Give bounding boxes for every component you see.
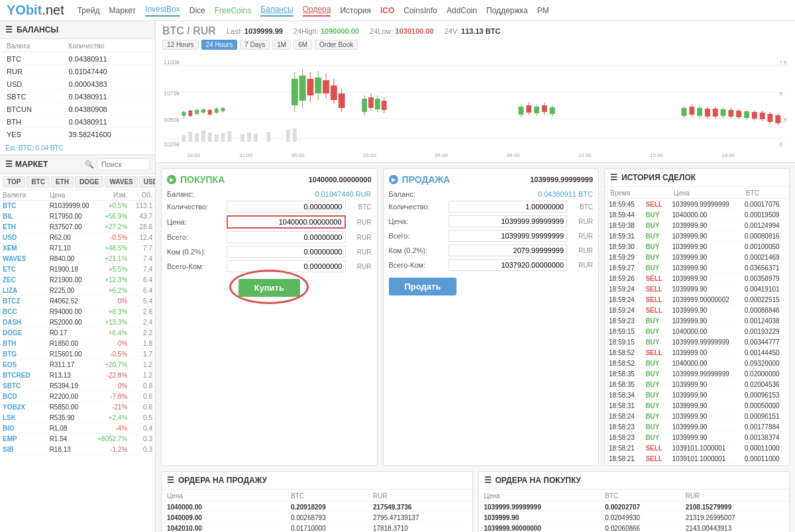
pair-quote: RUR [193,25,216,36]
balance-row: BTCUN0.04380908 [1,104,154,115]
nav-balances[interactable]: Балансы [260,5,293,17]
market-row[interactable]: YOB2X R5850.00 -21% 0.6 [0,402,155,413]
buy-title-text: ПОКУПКА [180,174,225,185]
tf-button-12-hours[interactable]: 12 Hours [162,40,199,50]
svg-rect-99 [760,113,765,119]
market-coin: SBTC [3,382,50,390]
market-row[interactable]: BTCRED R13.13 -22.8% 1.2 [0,370,155,381]
nav-support[interactable]: Поддержка [486,6,528,15]
market-row[interactable]: XEM R71.10 +48.5% 7.7 [0,243,155,254]
market-tab-usd[interactable]: USD [139,176,156,187]
market-row[interactable]: DOGE R0.17 +6.4% 2.2 [0,328,155,339]
svg-rect-25 [227,131,231,142]
market-row[interactable]: BCC R94000.00 +8.3% 2.6 [0,307,155,317]
trade-time: 18:59:23 [606,317,641,326]
tf-button-6m[interactable]: 6M [293,40,312,50]
last-label: Last: [227,27,242,35]
balance-amount: 0.04380911 [64,54,154,65]
sell-fee-input[interactable] [449,244,568,256]
market-row[interactable]: BTCZ R4062.52 0% 5.4 [0,296,155,307]
tf-button-1m[interactable]: 1M [272,40,291,50]
market-row[interactable]: EOS R311.17 +20.7% 1.2 [0,360,155,370]
trade-type: BUY [643,211,668,220]
nav-treid[interactable]: Трейд [78,6,100,15]
sell-total-suffix: RUR [570,233,593,240]
market-row[interactable]: BCD R2200.00 -7.8% 0.6 [0,392,155,402]
balance-row: USD0.00004383 [1,79,154,90]
market-coin: BCC [3,308,50,315]
market-tab-eth[interactable]: ETH [51,176,74,187]
sell-total-fee-input[interactable] [449,259,568,271]
nav-ico[interactable]: ICO [380,6,394,15]
sell-button[interactable]: Продать [389,278,457,295]
tf-button-24-hours[interactable]: 24 Hours [201,40,238,50]
market-row[interactable]: ETC R1900.18 +5.5% 7.4 [0,264,155,275]
sell-price-input[interactable] [449,215,568,227]
nav-history[interactable]: История [340,6,371,15]
market-row[interactable]: ETH R37507.00 +27.2% 28.6 [0,222,155,233]
tf-button-7-days[interactable]: 7 Days [240,40,270,50]
market-tab-top[interactable]: TOP [3,176,25,187]
buy-button[interactable]: Купить [238,279,300,297]
trade-time: 18:59:30 [606,242,641,252]
nav-dice[interactable]: Dice [189,6,205,15]
buy-balance-label: Баланс: [167,190,227,198]
buy-qty-input[interactable] [227,201,346,213]
market-coin: YOB2X [3,403,50,411]
buy-total-fee-input[interactable] [227,260,346,272]
svg-rect-79 [682,108,687,116]
market-row[interactable]: LSK R535.90 +2.4% 0.5 [0,413,155,423]
market-row[interactable]: BTH R1850.00 0% 1.8 [0,339,155,349]
market-row[interactable]: EMP R1.54 +8052.7% 0.3 [0,434,155,445]
sell-col-rur: RUR [369,491,471,502]
nav-freecoins[interactable]: FreeCoins [215,6,251,15]
buy-price-input[interactable] [227,215,346,229]
trade-history-row: 18:59:31 BUY 1039999.90 0.00080816 [606,232,788,241]
nav-investbox[interactable]: InvestBox [145,5,180,17]
nav-market[interactable]: Маркет [109,6,136,15]
trade-btc: 0.00124038 [742,317,788,326]
nav-addcoin[interactable]: AddCoin [447,6,477,15]
svg-rect-51 [307,79,314,95]
logo[interactable]: YObit.net [7,3,64,18]
history-title-text: ИСТОРИЯ СДЕЛОК [621,173,696,182]
nav-coinsinfo[interactable]: CoinsInfo [403,6,437,15]
nav-orders[interactable]: Ордера [303,5,331,17]
market-cols: Валюта Цена Изм. Об. [0,190,155,201]
trade-type: BUY [643,338,668,347]
svg-text:15:00: 15:00 [650,152,663,158]
buy-total-input[interactable] [227,231,346,243]
tf-button-order-book[interactable]: Order Book [315,40,358,50]
market-row[interactable]: WAVES R840.00 +21.1% 7.4 [0,254,155,264]
market-row[interactable]: SBTC R5394.19 0% 0.8 [0,381,155,392]
sell-qty-input[interactable] [449,201,568,213]
market-vol: 43.7 [127,213,152,220]
market-row[interactable]: BTG R15601.00 -0.5% 1.7 [0,349,155,360]
search-input[interactable] [97,158,150,170]
sell-total-label: Всего: [389,232,449,240]
market-row[interactable]: USD R62.00 -0.5% 12.4 [0,233,155,243]
trade-history-row: 18:59:15 BUY 1039999.99999999 0.00344777 [606,338,788,347]
market-row[interactable]: BIO R1.08 -4% 0.4 [0,423,155,434]
market-row[interactable]: BTC R1039999.00 +0.5% 113.1 [0,201,155,211]
buy-icon: ▶ [167,175,176,184]
market-row[interactable]: LIZA R225.00 +6.2% 6.4 [0,286,155,296]
sell-total-input[interactable] [449,230,568,242]
market-tab-btc[interactable]: BTC [26,176,50,187]
market-change: +5.5% [96,266,127,273]
trade-btc: 0.00080816 [742,232,788,241]
market-row[interactable]: ZEC R21900.00 +12.3% 6.4 [0,275,155,286]
market-row[interactable]: BIL R17950.00 +56.9% 43.7 [0,211,155,222]
balance-currency: BTC [1,54,62,65]
market-coin: BCD [3,393,50,400]
svg-text:00:00: 00:00 [292,152,305,158]
market-row[interactable]: SIB R18.13 -1.2% 0.3 [0,445,155,455]
trade-price: 1039999.90 [670,221,741,231]
balance-currency: BTCUN [1,104,62,115]
market-row[interactable]: DASH R52000.00 +13.3% 2.4 [0,317,155,328]
market-tab-waves[interactable]: WAVES [105,176,137,187]
buy-fee-input[interactable] [227,246,346,258]
market-tab-doge[interactable]: DOGE [75,176,103,187]
nav-pm[interactable]: PM [537,6,549,15]
trade-btc: 0.00419101 [742,285,788,294]
